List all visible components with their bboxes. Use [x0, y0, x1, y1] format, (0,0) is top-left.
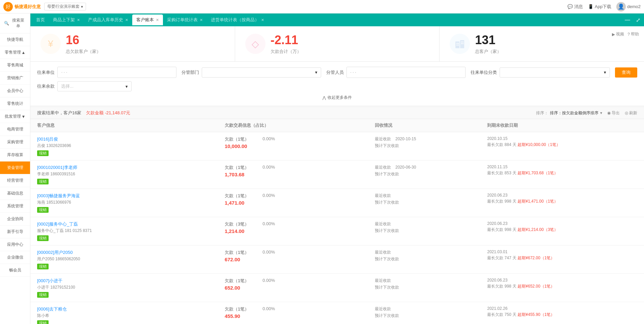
message-label: 消息 — [574, 4, 583, 10]
sidebar-item-ecommerce[interactable]: 电商管理 — [0, 123, 30, 136]
search-menu-button[interactable]: 🔍 搜索菜单 — [3, 16, 27, 30]
tab-product-listing[interactable]: 商品上下架 ✕ — [49, 14, 84, 25]
sort-select[interactable]: 排序： 排序：按欠款金额倒序排序 ▾ — [536, 110, 602, 116]
sidebar-item-inventory[interactable]: 库存核算 — [0, 149, 30, 161]
debt-amount[interactable]: 652.00 — [225, 285, 249, 291]
customer-name-link[interactable]: [0003]畅捷服务尹海蓝 — [37, 193, 80, 198]
tab-close-icon[interactable]: ✕ — [261, 18, 264, 22]
tab-inventory-history[interactable]: 产成品入库单历史 ✕ — [84, 14, 132, 25]
filter-select-balance[interactable]: 选择... ▾ — [57, 81, 132, 91]
sidebar-item-retail-mgmt[interactable]: 零售管理 ▲ — [0, 46, 30, 59]
overdue-amount-link[interactable]: 超期¥672.00（1笔） — [517, 256, 555, 260]
refresh-button[interactable]: ◎ 刷新 — [625, 110, 637, 116]
debt-amount[interactable]: 1,703.68 — [225, 172, 249, 177]
debt-percent: 0.00% — [262, 249, 275, 255]
refresh-icon: ◎ — [625, 111, 628, 115]
filter-select-category[interactable]: ▾ — [500, 67, 610, 78]
sidebar-item-finance[interactable]: 资金管理 — [0, 161, 30, 174]
collection-last-date: 最近收款 2020-10-15 — [375, 136, 487, 142]
table-row: [0007]小进干 小进干 18279152100 现销 欠款（1笔） 652.… — [30, 274, 644, 302]
debt-count: 欠款（1笔） — [225, 165, 249, 171]
sidebar-item-enterprise-wechat[interactable]: 企业微信 — [0, 251, 30, 264]
overdue-cell: 2021.03.01 最长欠款 747 天 超期¥672.00（1笔） — [487, 249, 637, 261]
customer-name-link[interactable]: [0006]去下粮仓 — [37, 306, 67, 312]
svg-rect-7 — [463, 41, 464, 42]
sidebar-item-app-center[interactable]: 应用中心 — [0, 238, 30, 251]
customer-name-link[interactable]: [0002]服务中心_丁磊 — [37, 222, 78, 227]
collapse-button[interactable]: ⋀ 收起更多条件 — [37, 95, 637, 100]
tab-maximize-button[interactable]: ⤢ — [634, 16, 642, 24]
sidebar-item-label: 库存核算 — [7, 152, 23, 157]
debt-info-cell: 欠款（1笔） 652.00 0.00% — [225, 278, 375, 291]
overdue-cell: 2020.06.23 最长欠款 998 天 超期¥1,471.00（1笔） — [487, 193, 637, 204]
collection-next: 预计下次收款 — [375, 143, 487, 149]
overdue-amount-link[interactable]: 超期¥652.00（1笔） — [517, 284, 555, 289]
filter-select-department[interactable]: ▾ — [202, 67, 321, 78]
stat-info-debt-total: -2.11 欠款合计（万） — [271, 33, 301, 55]
message-action[interactable]: 💬 消息 — [567, 4, 583, 10]
debt-amount[interactable]: 672.00 — [225, 257, 249, 262]
filter-item-manager: 分管人员 ··· — [326, 67, 466, 78]
tab-purchase-stats[interactable]: 采购订单统计表 ✕ — [163, 14, 207, 25]
stat-label-total-customers: 总客户（家） — [475, 49, 501, 55]
overdue-amount-link[interactable]: 超期¥1,471.00（1笔） — [517, 199, 558, 204]
sidebar-item-retail-stats[interactable]: 零售统计 — [0, 97, 30, 110]
debt-count: 欠款（1笔） — [225, 249, 249, 256]
logo-text: 畅捷通好生意 — [15, 4, 41, 10]
tab-bar: 首页 商品上下架 ✕ 产成品入库单历史 ✕ 客户账本 ✕ 采购订单统计表 ✕ — [30, 13, 644, 26]
sidebar-item-new-guide[interactable]: 新手引导 — [0, 226, 30, 238]
sidebar-item-retail-mall[interactable]: 零售商城 — [0, 59, 30, 72]
collection-cell: 最近收款 2020-06-30 预计下次收款 — [375, 165, 487, 177]
customer-name-link[interactable]: [0001020001]李老师 — [37, 165, 77, 170]
industry-selector[interactable]: 母婴行业演示账套 ▾ — [44, 3, 86, 10]
customer-info-cell: [0016]吕俊 吕俊 13026203696 现销 — [37, 136, 225, 156]
filter-item-department: 分管部门 ▾ — [181, 67, 321, 78]
user-action[interactable]: 👤 demo2 — [616, 2, 641, 11]
debt-amount[interactable]: 1,214.00 — [225, 228, 249, 234]
filter-input-manager[interactable]: ··· — [346, 67, 466, 78]
debt-info-cell: 欠款（1笔） 10,000.00 0.00% — [225, 136, 375, 149]
export-button[interactable]: ◉ 导出 — [607, 110, 620, 116]
sort-label: 排序： — [536, 110, 548, 116]
tab-home[interactable]: 首页 — [32, 14, 49, 25]
debt-amount[interactable]: 455.90 — [225, 313, 249, 319]
sidebar-item-enterprise-collab[interactable]: 企业协同 — [0, 213, 30, 226]
filter-row-1: 往来单位 ··· 分管部门 ▾ — [37, 67, 637, 78]
tab-label: 商品上下架 — [53, 17, 75, 23]
overdue-amount-link[interactable]: 超期¥1,214.00（3笔） — [517, 227, 558, 232]
col-header-debt: 欠款交易信息（占比） — [225, 122, 375, 128]
overdue-amount-link[interactable]: 超期¥10,000.00（1笔） — [517, 142, 560, 147]
sidebar-item-quick-nav[interactable]: 快捷导航 — [0, 33, 30, 46]
search-button[interactable]: 查询 — [615, 67, 637, 78]
sidebar-item-marketing[interactable]: 营销推广 — [0, 72, 30, 85]
customer-name-link[interactable]: [000002]用户2050 — [37, 250, 73, 255]
tab-close-icon[interactable]: ✕ — [156, 18, 159, 22]
sidebar-item-wholesale-mgmt[interactable]: 批发管理 ▼ — [0, 110, 30, 123]
sidebar-item-label: 会员中心 — [7, 88, 23, 93]
sidebar-item-chang-member[interactable]: 畅会员 — [0, 264, 30, 277]
sidebar-item-member-center[interactable]: 会员中心 — [0, 85, 30, 97]
tab-minimize-button[interactable]: — — [623, 16, 632, 24]
overdue-amount-link[interactable]: 超期¥455.90（1笔） — [517, 312, 555, 317]
sidebar-item-purchase-mgmt[interactable]: 采购管理 — [0, 136, 30, 149]
sidebar-item-system-mgmt[interactable]: 系统管理 — [0, 200, 30, 213]
tab-close-icon[interactable]: ✕ — [77, 18, 80, 22]
tab-customer-account[interactable]: 客户账本 ✕ — [132, 14, 163, 25]
tab-close-icon[interactable]: ✕ — [125, 18, 128, 22]
tab-close-icon[interactable]: ✕ — [200, 18, 203, 22]
debt-amount[interactable]: 1,471.00 — [225, 200, 249, 206]
sidebar-item-basic-info[interactable]: 基础信息 — [0, 187, 30, 200]
export-label: 导出 — [612, 110, 620, 116]
filter-input-customer[interactable]: ··· — [57, 67, 176, 78]
app-download-action[interactable]: 📱 App下载 — [588, 4, 611, 10]
debt-amount[interactable]: 10,000.00 — [225, 143, 249, 149]
help-action[interactable]: ? 帮助 — [627, 31, 639, 37]
video-action[interactable]: ▶ 视频 — [612, 31, 624, 37]
sidebar-item-label: 零售管理 — [5, 50, 21, 55]
overdue-amount-link[interactable]: 超期¥1,703.68（1笔） — [517, 171, 558, 175]
customer-name-link[interactable]: [0007]小进干 — [37, 278, 62, 283]
tab-inventory-stats[interactable]: 进货单统计表（按商品） ✕ — [207, 14, 268, 25]
sidebar-item-operations[interactable]: 经营管理 — [0, 174, 30, 187]
filter-item-balance: 往来余款 选择... ▾ — [37, 81, 132, 91]
customer-name-link[interactable]: [0016]吕俊 — [37, 137, 58, 142]
